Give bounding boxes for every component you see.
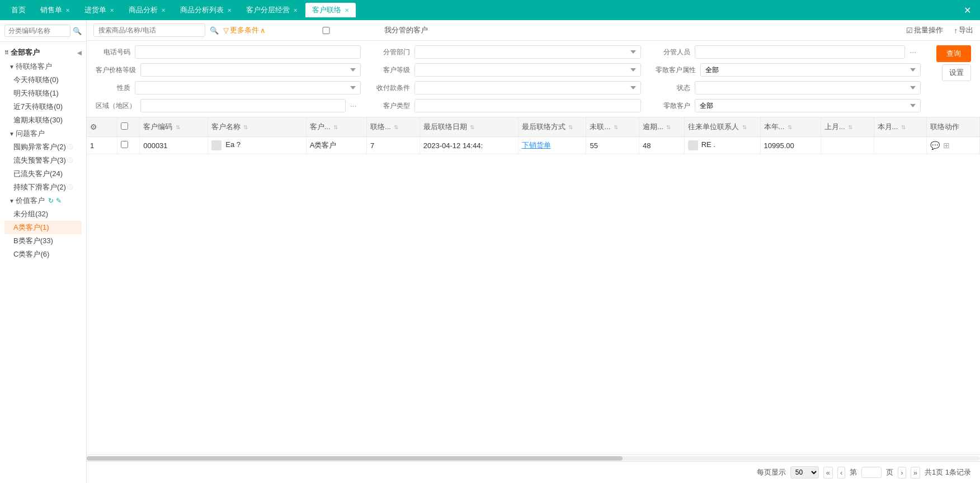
next-page-button[interactable]: › xyxy=(898,467,906,479)
my-customers-checkbox-label[interactable]: 我分管的客户 xyxy=(270,25,428,35)
region-input[interactable] xyxy=(140,99,346,112)
sort-icon-this-month: ⇅ xyxy=(901,124,906,130)
main-search-input[interactable] xyxy=(93,23,205,37)
query-button[interactable]: 查询 xyxy=(936,45,971,62)
nature-select[interactable] xyxy=(135,81,361,94)
my-customers-checkbox[interactable] xyxy=(270,27,382,34)
refresh-icon[interactable]: ↻ xyxy=(48,197,54,205)
scrollbar-track[interactable] xyxy=(87,456,980,461)
sidebar-item-abnormal-stock[interactable]: 囤购异常客户(2) ⓘ xyxy=(4,140,82,154)
region-more-icon[interactable]: ··· xyxy=(346,101,361,110)
nav-customer-contact-label: 客户联络 xyxy=(312,5,341,15)
th-name[interactable]: 客户名称 ⇅ xyxy=(208,117,306,137)
gear-icon[interactable]: ⚙ xyxy=(90,122,97,131)
sidebar-item-churn-warning[interactable]: 流失预警客户(3) ⓘ xyxy=(4,154,82,167)
customer-type-input[interactable] xyxy=(414,99,640,112)
row-checkbox[interactable] xyxy=(121,141,128,148)
scattered-attr-select[interactable]: 全部 xyxy=(700,63,921,77)
status-select[interactable] xyxy=(695,81,921,94)
sidebar-item-today-contact[interactable]: 今天待联络(0) xyxy=(4,73,82,87)
nav-item-customer-contact[interactable]: 客户联络 ✕ xyxy=(305,3,356,17)
more-conditions-button[interactable]: ▽ 更多条件 ∧ xyxy=(223,25,266,35)
th-last-contact-date[interactable]: 最后联络日期 ⇅ xyxy=(420,117,518,137)
sidebar-item-a-class[interactable]: A类客户(1) xyxy=(4,221,82,234)
sidebar-group-problem-customers[interactable]: ▼ 问题客户 xyxy=(4,127,82,140)
th-this-year[interactable]: 本年... ⇅ xyxy=(760,117,821,137)
main-search-icon[interactable]: 🔍 xyxy=(210,26,219,35)
scattered-select[interactable]: 全部 xyxy=(695,99,921,112)
grid-action-icon[interactable]: ⊞ xyxy=(943,141,950,150)
select-all-checkbox[interactable] xyxy=(121,122,128,130)
nav-purchase-close[interactable]: ✕ xyxy=(110,7,114,13)
page-input[interactable]: 1 xyxy=(861,467,882,478)
edit-icon[interactable]: ✎ xyxy=(56,197,62,205)
nav-item-analysis-list[interactable]: 商品分析列表 ✕ xyxy=(173,3,238,17)
window-close-button[interactable]: ✕ xyxy=(959,5,976,16)
th-code[interactable]: 客户编码 ⇅ xyxy=(140,117,208,137)
th-unlinked-days[interactable]: 未联... ⇅ xyxy=(586,117,639,137)
nav-item-analysis[interactable]: 商品分析 ✕ xyxy=(122,3,172,17)
th-this-month[interactable]: 本月... ⇅ xyxy=(874,117,927,137)
sidebar-search-icon[interactable]: 🔍 xyxy=(73,27,82,35)
sidebar-item-churned[interactable]: 已流失客户(24) xyxy=(4,167,82,181)
per-page-select[interactable]: 50 100 xyxy=(790,466,819,479)
th-level-label: 客户... xyxy=(310,122,331,131)
customer-level-select[interactable] xyxy=(414,63,640,77)
nav-item-purchase[interactable]: 进货单 ✕ xyxy=(78,3,121,17)
scrollbar-thumb[interactable] xyxy=(87,456,623,461)
th-level[interactable]: 客户... ⇅ xyxy=(306,117,366,137)
batch-operation-button[interactable]: ☑ 批量操作 xyxy=(906,25,943,35)
sidebar-item-overdue-contact[interactable]: 逾期未联络(30) xyxy=(4,113,82,127)
price-level-select[interactable] xyxy=(140,63,361,77)
row-last-contact-method[interactable]: 下销货单 xyxy=(522,141,551,149)
nav-item-home[interactable]: 首页 xyxy=(4,3,32,17)
th-overdue[interactable]: 逾期... ⇅ xyxy=(639,117,685,137)
dept-select[interactable] xyxy=(414,45,640,59)
sidebar-item-c-class[interactable]: C类客户(6) xyxy=(4,248,82,261)
collapse-icon: ◀ xyxy=(77,50,82,56)
sidebar-search-input[interactable] xyxy=(4,25,70,37)
sidebar-group-pending-contact[interactable]: ▼ 待联络客户 xyxy=(4,60,82,73)
th-contact-count[interactable]: 联络... ⇅ xyxy=(367,117,420,137)
export-button[interactable]: ↑ 导出 xyxy=(954,25,974,35)
th-unit-contact[interactable]: 往来单位联系人 ⇅ xyxy=(685,117,760,137)
horizontal-scrollbar[interactable] xyxy=(87,454,980,461)
nav-analysis-close[interactable]: ✕ xyxy=(161,7,166,13)
manager-more-icon[interactable]: ··· xyxy=(905,48,921,56)
sidebar-all-customers-header[interactable]: ⠿ 全部客户 ◀ xyxy=(4,45,82,60)
manager-input[interactable] xyxy=(695,45,906,59)
td-last-contact-method[interactable]: 下销货单 xyxy=(518,137,586,154)
my-customers-label: 我分管的客户 xyxy=(384,25,428,35)
nav-customer-contact-close[interactable]: ✕ xyxy=(345,7,349,13)
chat-action-icon[interactable]: 💬 xyxy=(930,141,940,150)
sidebar-item-7days-contact[interactable]: 近7天待联络(0) xyxy=(4,100,82,113)
first-page-button[interactable]: « xyxy=(823,467,833,479)
manager-label: 分管人员 xyxy=(656,48,695,57)
last-page-button[interactable]: » xyxy=(911,467,920,479)
page-label: 第 xyxy=(850,467,857,477)
td-checkbox[interactable] xyxy=(117,137,140,154)
nav-analysis-list-close[interactable]: ✕ xyxy=(227,7,232,13)
sidebar-item-declining[interactable]: 持续下滑客户(2) ⓘ xyxy=(4,181,82,194)
payment-select[interactable] xyxy=(414,81,640,94)
sidebar-item-tomorrow-contact[interactable]: 明天待联络(1) xyxy=(4,87,82,100)
th-last-month[interactable]: 上月... ⇅ xyxy=(821,117,874,137)
sidebar-item-b-class[interactable]: B类客户(33) xyxy=(4,234,82,248)
nav-item-customer-segment[interactable]: 客户分层经营 ✕ xyxy=(239,3,304,17)
phone-input[interactable] xyxy=(135,45,361,59)
nav-item-sales[interactable]: 销售单 ✕ xyxy=(34,3,77,17)
sidebar-group-value-customers[interactable]: ▼ 价值客户 ↻ ✎ xyxy=(4,194,82,207)
status-label: 状态 xyxy=(656,83,695,93)
sort-icon-code: ⇅ xyxy=(176,124,180,130)
sidebar-item-ungrouped[interactable]: 未分组(32) xyxy=(4,207,82,221)
sort-icon-level: ⇅ xyxy=(333,124,338,130)
group-value-label: 价值客户 xyxy=(16,196,45,206)
export-icon: ↑ xyxy=(954,26,958,35)
setting-button[interactable]: 设置 xyxy=(942,64,971,81)
row-num: 1 xyxy=(90,141,94,150)
nav-customer-segment-close[interactable]: ✕ xyxy=(293,7,298,13)
th-last-contact-method[interactable]: 最后联络方式 ⇅ xyxy=(518,117,586,137)
nav-sales-close[interactable]: ✕ xyxy=(65,7,70,13)
prev-page-button[interactable]: ‹ xyxy=(837,467,845,479)
filter-cell-customer-type: 客户类型 xyxy=(375,99,640,112)
